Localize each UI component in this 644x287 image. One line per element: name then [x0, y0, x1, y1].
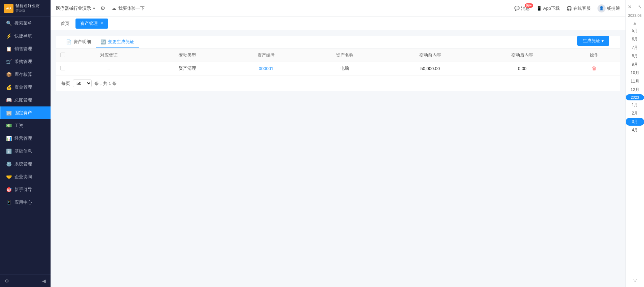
message-icon: 💬	[514, 6, 520, 11]
experience-label: 我要体验一下	[118, 5, 145, 11]
sidebar-label-operations: 经营管理	[14, 135, 32, 141]
th-checkbox	[56, 49, 69, 62]
user-action[interactable]: 👤 畅捷通	[597, 4, 620, 12]
panel-close-icon[interactable]: ✕	[628, 4, 632, 11]
sidebar-item-payroll[interactable]: 💵 工资	[0, 119, 51, 132]
month-item[interactable]: 1月	[626, 101, 644, 109]
sidebar-label-search: 搜索菜单	[14, 20, 32, 26]
header-settings-icon[interactable]: ⚙	[100, 5, 105, 11]
cell-before-change-0: 50,000.00	[384, 62, 476, 75]
inventory-icon: 📦	[6, 71, 12, 77]
header-right: 💬 消息 99+ 📱 App下载 🎧 在线客服 👤 畅捷通	[514, 4, 620, 12]
operations-icon: 📊	[6, 135, 12, 141]
finance-icon: 💰	[6, 84, 12, 90]
generate-dropdown-icon: ▾	[602, 38, 604, 43]
generate-btn-label: 生成凭证	[583, 38, 600, 44]
sidebar-label-quick-nav: 快捷导航	[14, 33, 32, 39]
company-name: 医疗器械行业演示	[56, 5, 91, 11]
main-card: 📄 资产明细 🔄 变更生成凭证 生成凭证 ▾	[56, 36, 620, 91]
tab-close-icon[interactable]: ✕	[100, 21, 103, 26]
row-checkbox-0[interactable]	[60, 66, 65, 70]
month-item[interactable]: 2月	[626, 109, 644, 117]
sidebar: AtA 畅捷通好业财 普及版 🔍 搜索菜单 ⚡ 快捷导航 📋 销售管理 🛒 采购…	[0, 0, 51, 287]
month-item[interactable]: 3月	[626, 118, 644, 126]
panel-expand-icon[interactable]: ⤡	[638, 4, 642, 9]
company-selector[interactable]: 医疗器械行业演示 ▾	[56, 5, 95, 11]
sidebar-item-quick-nav[interactable]: ⚡ 快捷导航	[0, 30, 51, 42]
delete-icon-0[interactable]: 🗑	[592, 66, 596, 71]
tab-home-label: 首页	[61, 21, 69, 27]
header-checkbox[interactable]	[60, 53, 65, 57]
month-item[interactable]: 4月	[626, 126, 644, 134]
table-body: -- 资产清理 000001 电脑 50,000.00 0.00 🗑	[56, 62, 620, 75]
main-area: 医疗器械行业演示 ▾ ⚙ ☁ 我要体验一下 💬 消息 99+ 📱 App下载 🎧…	[51, 0, 625, 287]
tab-asset-management[interactable]: 资产管理 ✕	[75, 19, 108, 29]
month-item[interactable]: 11月	[626, 77, 644, 85]
sidebar-label-system: 系统管理	[14, 161, 32, 167]
tab-asset-label: 资产管理	[80, 21, 98, 27]
month-item[interactable]: 7月	[626, 44, 644, 52]
app-download-action[interactable]: 📱 App下载	[536, 5, 560, 11]
month-item[interactable]: 5月	[626, 27, 644, 35]
sub-tab-change-voucher-label: 变更生成凭证	[108, 39, 134, 45]
month-item[interactable]: 6月	[626, 35, 644, 43]
online-service-action[interactable]: 🎧 在线客服	[566, 5, 591, 11]
sidebar-item-enterprise[interactable]: 🤝 企业协同	[0, 170, 51, 183]
sidebar-item-basic-info[interactable]: ℹ️ 基础信息	[0, 145, 51, 158]
quick-nav-icon: ⚡	[6, 33, 12, 39]
panel-up-nav[interactable]: ▲	[631, 19, 639, 27]
month-item[interactable]: 9月	[626, 61, 644, 68]
cell-action-0: 🗑	[568, 62, 620, 75]
sidebar-item-ledger[interactable]: 📖 总账管理	[0, 94, 51, 106]
year-marker[interactable]: 2023	[626, 94, 644, 100]
sidebar-item-finance[interactable]: 💰 资金管理	[0, 81, 51, 94]
page-size-select[interactable]: 50 10 20 100	[73, 79, 92, 87]
dropdown-icon: ▾	[93, 6, 95, 11]
sidebar-label-enterprise: 企业协同	[14, 174, 32, 180]
collapse-icon[interactable]: ◀	[42, 278, 46, 284]
sidebar-logo: AtA 畅捷通好业财 普及版	[0, 0, 51, 17]
sidebar-item-app-center[interactable]: 📱 应用中心	[0, 196, 51, 209]
sidebar-label-fixed-assets: 固定资产	[14, 110, 32, 116]
sub-tabs-wrapper: 📄 资产明细 🔄 变更生成凭证 生成凭证 ▾	[56, 36, 620, 49]
th-after-change: 变动后内容	[476, 49, 568, 62]
sidebar-item-fixed-assets[interactable]: 🏢 固定资产	[0, 106, 51, 119]
sidebar-label-finance: 资金管理	[14, 84, 32, 90]
panel-down-nav[interactable]: ▽	[632, 276, 638, 284]
sidebar-item-inventory[interactable]: 📦 库存核算	[0, 68, 51, 81]
sidebar-item-operations[interactable]: 📊 经营管理	[0, 132, 51, 145]
month-item[interactable]: 12月	[626, 86, 644, 94]
right-panel: ✕ ⤡ 2023.03 ▲ 5月6月7月8月9月10月11月12月20231月2…	[625, 0, 644, 287]
sidebar-item-guide[interactable]: 🎯 新手引导	[0, 183, 51, 196]
sidebar-item-purchase[interactable]: 🛒 采购管理	[0, 55, 51, 68]
sub-tab-asset-detail[interactable]: 📄 资产明细	[61, 36, 96, 48]
month-list: 5月6月7月8月9月10月11月12月20231月2月3月4月	[626, 27, 644, 276]
settings-icon[interactable]: ⚙	[5, 278, 9, 284]
sidebar-item-sales[interactable]: 📋 销售管理	[0, 42, 51, 55]
payroll-icon: 💵	[6, 123, 12, 129]
cell-change-type-0: 资产清理	[148, 62, 226, 75]
top-header: 医疗器械行业演示 ▾ ⚙ ☁ 我要体验一下 💬 消息 99+ 📱 App下载 🎧…	[51, 0, 625, 17]
cell-after-change-0: 0.00	[476, 62, 568, 75]
month-item[interactable]: 8月	[626, 52, 644, 60]
month-item[interactable]: 10月	[626, 69, 644, 77]
sidebar-item-search[interactable]: 🔍 搜索菜单	[0, 17, 51, 30]
tab-home[interactable]: 首页	[56, 19, 74, 29]
sales-icon: 📋	[6, 46, 12, 52]
sub-tab-asset-detail-label: 资产明细	[73, 39, 91, 45]
sub-tab-change-voucher[interactable]: 🔄 变更生成凭证	[96, 36, 139, 48]
search-icon: 🔍	[6, 20, 12, 26]
message-badge: 99+	[525, 3, 533, 8]
table-header-row: 对应凭证 变动类型 资产编号 资产名称	[56, 49, 620, 62]
table-row: -- 资产清理 000001 电脑 50,000.00 0.00 🗑	[56, 62, 620, 75]
fixed-assets-icon: 🏢	[6, 110, 12, 116]
avatar: 👤	[597, 4, 606, 12]
asset-detail-icon: 📄	[66, 39, 71, 44]
logo-icon: AtA	[4, 4, 13, 13]
cell-asset-code-0: 000001	[227, 62, 305, 75]
generate-voucher-button[interactable]: 生成凭证 ▾	[577, 36, 609, 46]
sidebar-label-guide: 新手引导	[14, 187, 32, 193]
messages-action[interactable]: 💬 消息 99+	[514, 5, 530, 11]
experience-button[interactable]: ☁ 我要体验一下	[112, 5, 145, 11]
sidebar-item-system[interactable]: ⚙️ 系统管理	[0, 158, 51, 170]
